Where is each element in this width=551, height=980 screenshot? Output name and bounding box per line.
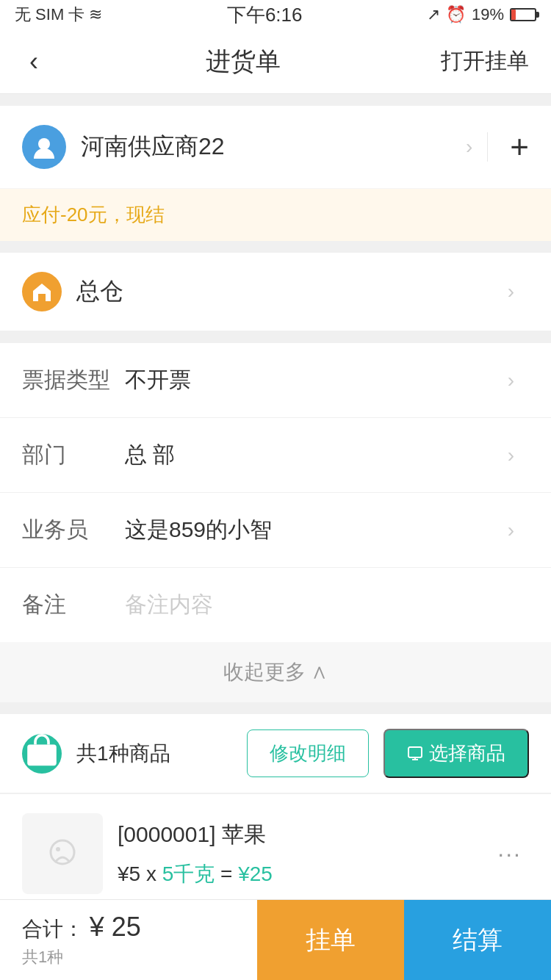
- invoice-type-label: 票据类型: [22, 365, 125, 395]
- salesperson-chevron-icon: ›: [508, 519, 514, 542]
- remark-label: 备注: [22, 590, 125, 620]
- page-title: 进货单: [206, 45, 281, 79]
- product-price: ¥5 x 5千克 = ¥25: [118, 860, 475, 888]
- salesperson-label: 业务员: [22, 515, 125, 545]
- salesperson-row[interactable]: 业务员 这是859的小智 ›: [0, 492, 551, 567]
- open-hang-button[interactable]: 打开挂单: [441, 46, 529, 76]
- battery-percent: 19%: [472, 5, 504, 24]
- department-label: 部门: [22, 440, 125, 470]
- product-item: [0000001] 苹果 ¥5 x 5千克 = ¥25 ···: [0, 794, 551, 913]
- total-count: 共1种: [22, 946, 235, 968]
- status-left: 无 SIM 卡 ≋: [15, 4, 102, 26]
- supplier-chevron-icon: ›: [466, 135, 472, 159]
- select-product-button[interactable]: 选择商品: [383, 729, 529, 778]
- svg-point-4: [51, 840, 74, 864]
- person-icon: [31, 134, 57, 160]
- products-icon: [22, 734, 62, 774]
- form-section: 票据类型 不开票 › 部门 总 部 › 业务员 这是859的小智 › 备注 备注…: [0, 342, 551, 642]
- checkout-button[interactable]: 结算: [404, 900, 551, 981]
- remark-input[interactable]: 备注内容: [125, 590, 529, 620]
- remark-row[interactable]: 备注 备注内容: [0, 567, 551, 642]
- supplier-avatar: [22, 125, 66, 169]
- warehouse-icon: [22, 272, 62, 311]
- total-price: ¥25: [238, 862, 273, 885]
- product-thumbnail: [22, 813, 103, 894]
- unit-price: ¥5: [118, 862, 140, 885]
- product-more-button[interactable]: ···: [490, 833, 529, 875]
- salesperson-value: 这是859的小智: [125, 515, 508, 545]
- svg-rect-2: [27, 744, 57, 765]
- nav-bar: ‹ 进货单 打开挂单: [0, 29, 551, 94]
- divider-2: [0, 331, 551, 342]
- product-code: [0000001]: [118, 822, 215, 846]
- supplier-section: 河南供应商22 › + 应付-20元，现结: [0, 106, 551, 241]
- product-name: [0000001] 苹果: [118, 820, 475, 850]
- invoice-type-value: 不开票: [125, 365, 508, 395]
- back-button[interactable]: ‹: [22, 39, 46, 84]
- status-right: ↗ ⏰ 19%: [427, 5, 536, 24]
- quantity: 5千克: [162, 862, 215, 885]
- warehouse-name: 总仓: [76, 275, 508, 308]
- cart-icon: [22, 734, 62, 774]
- bottom-bar: 合计： ¥ 25 共1种 挂单 结算: [0, 899, 551, 980]
- warehouse-chevron-icon: ›: [508, 280, 514, 303]
- warehouse-section: 总仓 ›: [0, 253, 551, 331]
- svg-rect-3: [408, 747, 422, 757]
- svg-rect-1: [38, 294, 46, 301]
- battery-icon: [510, 8, 536, 21]
- svg-point-5: [56, 847, 60, 851]
- svg-point-0: [38, 138, 50, 150]
- bottom-total: 合计： ¥ 25 共1种: [0, 912, 257, 968]
- department-chevron-icon: ›: [508, 444, 514, 467]
- department-value: 总 部: [125, 440, 508, 470]
- products-header: 共1种商品 修改明细 选择商品: [0, 714, 551, 793]
- product-info: [0000001] 苹果 ¥5 x 5千克 = ¥25: [118, 820, 475, 888]
- invoice-type-row[interactable]: 票据类型 不开票 ›: [0, 342, 551, 417]
- hang-order-button[interactable]: 挂单: [257, 900, 404, 981]
- department-row[interactable]: 部门 总 部 ›: [0, 417, 551, 492]
- modify-detail-button[interactable]: 修改明细: [247, 729, 369, 777]
- add-supplier-button[interactable]: +: [503, 131, 529, 163]
- sim-signal: 无 SIM 卡 ≋: [15, 4, 102, 26]
- total-label: 合计：: [22, 918, 84, 940]
- status-bar: 无 SIM 卡 ≋ 下午6:16 ↗ ⏰ 19%: [0, 0, 551, 29]
- vertical-divider: [487, 132, 488, 162]
- payment-notice: 应付-20元，现结: [0, 189, 551, 241]
- multiply-sign: x: [146, 862, 162, 885]
- product-title: 苹果: [222, 822, 266, 846]
- warehouse-row[interactable]: 总仓 ›: [0, 253, 551, 331]
- select-product-icon: [407, 746, 423, 762]
- top-divider: [0, 94, 551, 106]
- supplier-row[interactable]: 河南供应商22 › +: [0, 106, 551, 189]
- location-icon: ↗: [427, 5, 440, 24]
- invoice-chevron-icon: ›: [508, 369, 514, 392]
- product-image-placeholder: [40, 832, 84, 876]
- select-product-label: 选择商品: [429, 741, 505, 766]
- equals-sign: =: [220, 862, 238, 885]
- status-time: 下午6:16: [227, 2, 303, 28]
- house-icon: [31, 281, 53, 303]
- supplier-name: 河南供应商22: [81, 131, 466, 163]
- collapse-button[interactable]: 收起更多 ∧: [0, 642, 551, 702]
- products-count: 共1种商品: [76, 740, 232, 768]
- divider-1: [0, 241, 551, 253]
- alarm-icon: ⏰: [446, 5, 466, 24]
- total-amount: ¥ 25: [90, 912, 141, 942]
- total-row: 合计： ¥ 25: [22, 912, 235, 943]
